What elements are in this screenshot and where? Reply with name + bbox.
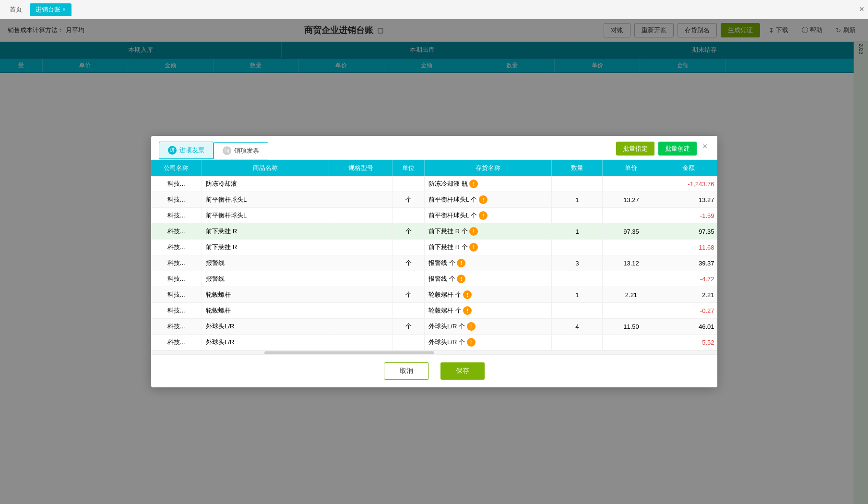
cell-unit xyxy=(392,303,424,319)
cell-spec xyxy=(329,335,393,350)
table-row: 科技... 外球头L/R 外球头L/R 个 ! -5.52 xyxy=(151,335,717,350)
cell-goods: 前平衡杆球头L xyxy=(202,208,329,224)
cell-inventory: 外球头L/R 个 ! xyxy=(425,319,552,335)
tab-active-label: 进销台账 xyxy=(36,5,60,14)
cell-spec xyxy=(329,287,393,303)
cell-goods: 报警线 xyxy=(202,271,329,287)
warn-icon: ! xyxy=(463,290,472,299)
cell-qty xyxy=(552,271,603,287)
modal-overlay: 进 进项发票 销 销项发票 批量指定 批量创建 × 公司名称 商品名称 规格 xyxy=(0,19,868,504)
warn-icon: ! xyxy=(479,195,488,204)
modal-header-actions: 批量指定 批量创建 × xyxy=(616,142,710,159)
cell-unit: 个 xyxy=(392,255,424,271)
warn-icon: ! xyxy=(469,227,478,236)
warn-icon: ! xyxy=(467,338,476,347)
tab-incoming-invoice[interactable]: 进 进项发票 xyxy=(159,142,214,159)
th-qty: 数量 xyxy=(552,160,603,176)
tab-outgoing-invoice[interactable]: 销 销项发票 xyxy=(214,142,268,159)
cell-company: 科技... xyxy=(151,287,202,303)
cell-amount: -11.68 xyxy=(660,240,717,255)
cell-unit: 个 xyxy=(392,319,424,335)
cell-amount: -1.59 xyxy=(660,208,717,224)
cell-price xyxy=(603,176,660,192)
th-unit: 单位 xyxy=(392,160,424,176)
cell-goods: 轮毂螺杆 xyxy=(202,303,329,319)
th-company: 公司名称 xyxy=(151,160,202,176)
cell-amount: 39.37 xyxy=(660,255,717,271)
cell-amount: -5.52 xyxy=(660,335,717,350)
cell-spec xyxy=(329,271,393,287)
cell-qty: 4 xyxy=(552,319,603,335)
cell-company: 科技... xyxy=(151,224,202,240)
cell-qty xyxy=(552,335,603,350)
table-row: 科技... 报警线 报警线 个 ! -4.72 xyxy=(151,271,717,287)
modal-table-wrapper[interactable]: 公司名称 商品名称 规格型号 单位 存货名称 数量 单价 金额 科技... 防冻… xyxy=(151,160,717,350)
cell-spec xyxy=(329,176,393,192)
cell-inventory: 前下悬挂 R 个 ! xyxy=(425,240,552,255)
cell-inventory: 报警线 个 ! xyxy=(425,271,552,287)
table-row: 科技... 前下悬挂 R 前下悬挂 R 个 ! -11.68 xyxy=(151,240,717,255)
th-amount: 金额 xyxy=(660,160,717,176)
tab-close-button[interactable]: × xyxy=(62,6,66,13)
cell-qty: 1 xyxy=(552,224,603,240)
cell-spec xyxy=(329,224,393,240)
cell-company: 科技... xyxy=(151,335,202,350)
cell-amount: -1,243.76 xyxy=(660,176,717,192)
cell-goods: 前下悬挂 R xyxy=(202,240,329,255)
cell-unit: 个 xyxy=(392,192,424,208)
cell-price: 13.27 xyxy=(603,192,660,208)
table-row: 科技... 轮毂螺杆 个 轮毂螺杆 个 ! 1 2.21 2.21 xyxy=(151,287,717,303)
cell-amount: -0.27 xyxy=(660,303,717,319)
btn-save[interactable]: 保存 xyxy=(440,362,485,380)
outgoing-tab-icon: 销 xyxy=(223,146,231,155)
cell-unit xyxy=(392,271,424,287)
cell-goods: 前下悬挂 R xyxy=(202,224,329,240)
warn-icon: ! xyxy=(469,243,478,252)
table-row: 科技... 前下悬挂 R 个 前下悬挂 R 个 ! 1 97.35 97.35 xyxy=(151,224,717,240)
cell-inventory: 前平衡杆球头L 个 ! xyxy=(425,208,552,224)
modal-footer: 取消 保存 xyxy=(151,354,717,387)
cell-qty: 1 xyxy=(552,192,603,208)
table-row: 科技... 前平衡杆球头L 个 前平衡杆球头L 个 ! 1 13.27 13.2… xyxy=(151,192,717,208)
cell-goods: 防冻冷却液 xyxy=(202,176,329,192)
warn-icon: ! xyxy=(457,259,465,267)
cell-amount: 13.27 xyxy=(660,192,717,208)
cell-qty: 3 xyxy=(552,255,603,271)
cell-amount: -4.72 xyxy=(660,271,717,287)
modal-close-button[interactable]: × xyxy=(701,142,710,156)
cell-company: 科技... xyxy=(151,255,202,271)
btn-batch-specify[interactable]: 批量指定 xyxy=(616,142,654,156)
modal-header: 进 进项发票 销 销项发票 批量指定 批量创建 × xyxy=(151,136,717,160)
warn-icon: ! xyxy=(467,322,476,331)
cell-inventory: 轮毂螺杆 个 ! xyxy=(425,287,552,303)
incoming-tab-icon: 进 xyxy=(168,146,177,155)
cell-qty xyxy=(552,240,603,255)
th-spec: 规格型号 xyxy=(329,160,393,176)
cell-amount: 2.21 xyxy=(660,287,717,303)
warn-icon: ! xyxy=(469,180,478,188)
cell-spec xyxy=(329,319,393,335)
btn-batch-create[interactable]: 批量创建 xyxy=(658,142,697,156)
cell-spec xyxy=(329,303,393,319)
cell-price xyxy=(603,271,660,287)
cell-inventory: 前下悬挂 R 个 ! xyxy=(425,224,552,240)
window-close-button[interactable]: × xyxy=(859,4,864,14)
cell-price: 2.21 xyxy=(603,287,660,303)
modal-hscroll[interactable] xyxy=(151,350,717,354)
cell-unit: 个 xyxy=(392,224,424,240)
cell-amount: 97.35 xyxy=(660,224,717,240)
hscroll-thumb xyxy=(264,351,434,354)
cell-company: 科技... xyxy=(151,303,202,319)
btn-cancel[interactable]: 取消 xyxy=(384,362,429,380)
cell-company: 科技... xyxy=(151,319,202,335)
tab-home[interactable]: 首页 xyxy=(4,3,28,16)
cell-inventory: 防冻冷却液 瓶 ! xyxy=(425,176,552,192)
cell-price xyxy=(603,240,660,255)
cell-goods: 外球头L/R xyxy=(202,319,329,335)
cell-company: 科技... xyxy=(151,192,202,208)
cell-qty xyxy=(552,208,603,224)
cell-unit: 个 xyxy=(392,287,424,303)
cell-company: 科技... xyxy=(151,176,202,192)
table-row: 科技... 防冻冷却液 防冻冷却液 瓶 ! -1,243.76 xyxy=(151,176,717,192)
cell-qty: 1 xyxy=(552,287,603,303)
